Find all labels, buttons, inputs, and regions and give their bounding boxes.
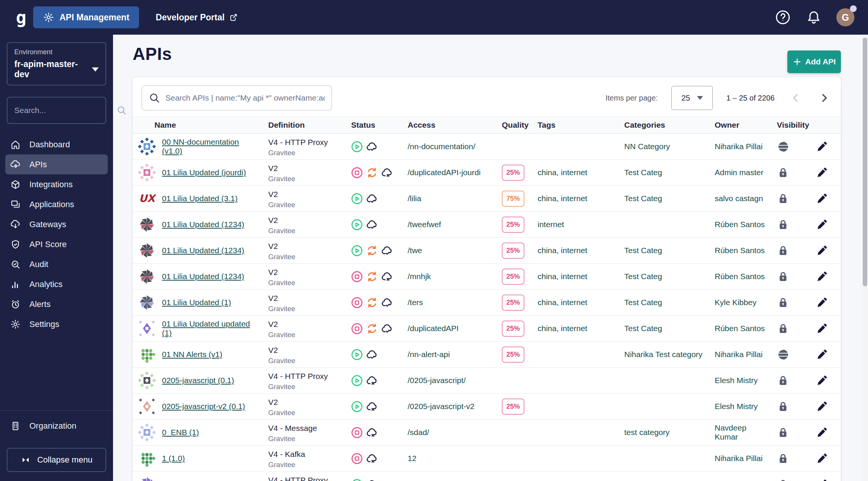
api-definition: V2 xyxy=(268,190,340,199)
api-avatar-icon xyxy=(138,319,156,337)
search-apis-input[interactable] xyxy=(165,93,325,102)
developer-portal-link[interactable]: Developer Portal xyxy=(156,12,238,23)
edit-api-button[interactable] xyxy=(815,425,830,440)
quality-badge: 75% xyxy=(502,191,524,207)
items-per-page-select[interactable]: 25 xyxy=(671,86,713,110)
api-categories: Test Categ xyxy=(624,298,662,307)
sidebar-item-dashboard[interactable]: Dashboard xyxy=(5,134,108,154)
table-row: 01 Lilia Updated (jourdi)V2Gravitee/dupl… xyxy=(133,160,841,186)
api-definition: V4 - HTTP Proxy xyxy=(268,372,340,381)
api-avatar-icon xyxy=(138,293,156,312)
api-avatar-icon xyxy=(138,345,156,363)
column-header-definition: Definition xyxy=(257,121,340,130)
api-name-link[interactable]: 01 Lilia Updated (1) xyxy=(162,298,231,307)
api-definition: V4 - Message xyxy=(268,424,340,433)
api-owner: Rúben Santos xyxy=(715,324,765,333)
api-definition: V2 xyxy=(268,242,340,251)
edit-api-button[interactable] xyxy=(815,347,830,362)
edit-api-button[interactable] xyxy=(815,165,830,180)
sidebar-item-gateways[interactable]: Gateways xyxy=(5,214,108,234)
api-name-link[interactable]: 0205-javascript-v2 (0.1) xyxy=(162,402,245,411)
environment-selector[interactable]: Environment fr-apim-master-dev xyxy=(7,42,106,86)
add-api-button[interactable]: Add API xyxy=(787,50,841,73)
api-vendor: Gravitee xyxy=(268,409,340,417)
api-access-path: /nn-documentation/ xyxy=(408,142,475,151)
sidebar-item-analytics[interactable]: Analytics xyxy=(5,274,108,294)
api-definition: V2 xyxy=(268,294,340,303)
help-button[interactable] xyxy=(775,9,791,26)
next-page-button[interactable] xyxy=(817,90,832,105)
api-vendor: Gravitee xyxy=(268,331,340,339)
sidebar-item-organization[interactable]: Organization xyxy=(5,416,108,436)
api-name-link[interactable]: 01 NN Alerts (v1) xyxy=(162,350,222,359)
previous-page-button[interactable] xyxy=(788,90,803,105)
sidebar-item-applications[interactable]: Applications xyxy=(5,194,108,214)
api-definition: V2 xyxy=(268,346,340,355)
api-categories: Test Categ xyxy=(624,272,662,281)
plus-icon xyxy=(793,57,802,66)
api-name-link[interactable]: 1 (1.0) xyxy=(162,454,185,463)
sidebar-item-label: Organization xyxy=(29,421,76,431)
edit-api-button[interactable] xyxy=(815,321,830,336)
collapse-menu-label: Collapse menu xyxy=(37,455,93,465)
edit-api-button[interactable] xyxy=(815,373,830,388)
table-body: 00 NN-documentation (v1.0)V4 - HTTP Prox… xyxy=(133,134,841,481)
sidebar-item-apis[interactable]: APIs xyxy=(5,154,108,174)
edit-api-button[interactable] xyxy=(815,139,830,154)
api-owner: Elesh Mistry xyxy=(715,376,758,385)
stopped-icon xyxy=(351,453,363,464)
table-row: UX01 Lilia Updated (3.1)V2Gravitee/lilia… xyxy=(133,186,841,212)
api-name-link[interactable]: 01 Lilia Updated (3.1) xyxy=(162,194,238,203)
column-header-quality: Quality xyxy=(491,121,526,130)
edit-api-button[interactable] xyxy=(815,295,830,310)
sidebar-item-settings[interactable]: Settings xyxy=(5,314,108,334)
lock-icon xyxy=(777,426,789,439)
api-name-link[interactable]: 01 Lilia Updated (jourdi) xyxy=(162,168,246,177)
api-name-link[interactable]: 0205-javascript (0.1) xyxy=(162,376,234,385)
scrollbar-thumb[interactable] xyxy=(863,38,867,286)
api-name-link[interactable]: 00 NN-documentation (v1.0) xyxy=(162,137,257,156)
add-api-label: Add API xyxy=(805,57,836,66)
quality-badge: 25% xyxy=(502,347,524,363)
edit-api-button[interactable] xyxy=(815,477,830,481)
undeployed-icon xyxy=(366,453,378,464)
edit-api-button[interactable] xyxy=(815,243,830,258)
table-header-row: NameDefinitionStatusAccessQualityTagsCat… xyxy=(133,116,841,134)
gravitee-logo[interactable]: g xyxy=(9,7,33,27)
sidebar-item-integrations[interactable]: Integrations xyxy=(5,174,108,194)
api-access-path: /ters xyxy=(408,298,423,307)
collapse-menu-button[interactable]: Collapse menu xyxy=(7,448,106,472)
api-management-button[interactable]: API Management xyxy=(33,6,139,28)
edit-api-button[interactable] xyxy=(815,269,830,284)
api-access-path: /duplicatedAPI-jourdi xyxy=(408,168,481,177)
api-name-link[interactable]: 01 Lilia Updated (1234) xyxy=(162,220,244,229)
notifications-button[interactable] xyxy=(805,9,822,26)
api-name-link[interactable]: 01 Lilia Updated (1234) xyxy=(162,246,244,255)
sidebar-item-audit[interactable]: Audit xyxy=(5,254,108,274)
started-icon xyxy=(351,401,363,412)
sidebar-item-alerts[interactable]: Alerts xyxy=(5,294,108,314)
sidebar-item-api-score[interactable]: API Score xyxy=(5,234,108,254)
chevron-right-icon xyxy=(819,92,830,104)
api-vendor: Gravitee xyxy=(268,383,340,391)
api-name-link[interactable]: 01 Lilia Updated updated (1) xyxy=(162,319,257,337)
api-name-link[interactable]: 01 Lilia Updated (1234) xyxy=(162,272,244,281)
presence-status-dot xyxy=(850,5,857,12)
stopped-icon xyxy=(351,297,363,308)
api-categories: Test Categ xyxy=(624,168,662,177)
edit-api-button[interactable] xyxy=(815,451,830,466)
edit-api-button[interactable] xyxy=(815,191,830,206)
api-definition: V2 xyxy=(268,268,340,277)
chevron-left-icon xyxy=(790,92,801,104)
sidebar-search-input[interactable] xyxy=(14,106,116,115)
table-toolbar: Items per page: 25 1 – 25 of 2206 xyxy=(133,77,841,116)
environment-label: Environment xyxy=(14,48,99,56)
sidebar-item-label: Dashboard xyxy=(29,140,70,150)
api-name-link[interactable]: 0_ENB (1) xyxy=(162,428,199,437)
api-owner: Admin master xyxy=(715,168,764,177)
api-definition: V2 xyxy=(268,164,340,173)
edit-api-button[interactable] xyxy=(815,217,830,232)
edit-api-button[interactable] xyxy=(815,399,830,414)
chevron-down-icon xyxy=(697,96,703,100)
api-definition: V4 - HTTP Proxy xyxy=(268,138,340,147)
